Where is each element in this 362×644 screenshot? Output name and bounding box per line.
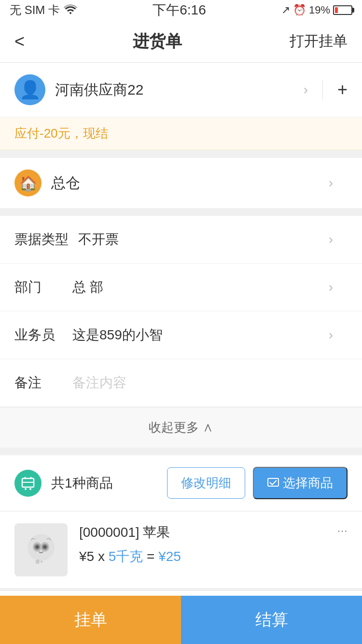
status-time: 下午6:16 (153, 1, 206, 19)
remark-input[interactable]: 备注内容 (72, 374, 348, 392)
svg-point-1 (25, 488, 27, 490)
warehouse-card[interactable]: 🏠 总仓 › (0, 158, 362, 208)
svg-point-9 (36, 546, 39, 548)
invoice-label: 票据类型 (14, 230, 69, 249)
product-item: 睿+ [0000001] 苹果 ¥5 x 5千克 = ¥25 ··· (0, 512, 362, 588)
product-title: 苹果 (143, 525, 170, 540)
unit-price: ¥5 x (79, 549, 109, 564)
select-product-label: 选择商品 (283, 475, 333, 491)
pending-button[interactable]: 挂单 (0, 596, 181, 644)
product-header: 共1种商品 修改明细 选择商品 (0, 455, 362, 511)
department-row[interactable]: 部门 总 部 › (0, 264, 362, 311)
alarm-icon: ⏰ (293, 4, 306, 16)
vertical-divider (322, 80, 323, 99)
quantity: 5千克 (109, 549, 143, 564)
wifi-icon (64, 3, 77, 17)
remark-row[interactable]: 备注 备注内容 (0, 359, 362, 407)
status-left: 无 SIM 卡 (10, 2, 77, 18)
content-area: 👤 河南供应商22 › + 应付-20元，现结 🏠 总仓 › 票据类型 不开票 … (0, 63, 362, 644)
product-price-row: ¥5 x 5千克 = ¥25 (79, 547, 337, 566)
carrier-text: 无 SIM 卡 (10, 2, 60, 18)
supplier-avatar: 👤 (14, 74, 45, 105)
select-product-button[interactable]: 选择商品 (253, 467, 348, 499)
back-button[interactable]: < (14, 31, 25, 52)
add-button[interactable]: + (337, 80, 348, 100)
open-pending-button[interactable]: 打开挂单 (290, 31, 348, 51)
owl-logo: 睿+ (22, 531, 60, 569)
form-section: 票据类型 不开票 › 部门 总 部 › 业务员 这是859的小智 › 备注 备注… (0, 216, 362, 448)
line-total: ¥25 (158, 549, 181, 564)
product-code: [0000001] (79, 525, 143, 540)
svg-point-10 (43, 546, 46, 548)
remark-label: 备注 (14, 374, 63, 392)
product-name: [0000001] 苹果 (79, 523, 337, 542)
svg-text:睿+: 睿+ (35, 559, 43, 564)
salesperson-value: 这是859的小智 (72, 326, 329, 344)
battery-text: 19% (309, 4, 330, 16)
invoice-row[interactable]: 票据类型 不开票 › (0, 216, 362, 264)
warehouse-row[interactable]: 🏠 总仓 › (0, 158, 362, 208)
department-value: 总 部 (72, 278, 329, 296)
notice-text: 应付-20元，现结 (14, 126, 108, 140)
checkout-button[interactable]: 结算 (181, 596, 362, 644)
collapse-button[interactable]: 收起更多 ∧ (0, 407, 362, 448)
warehouse-icon-bg: 🏠 (14, 169, 42, 196)
location-icon: ↗ (281, 4, 290, 16)
salesperson-row[interactable]: 业务员 这是859的小智 › (0, 311, 362, 359)
battery-icon (333, 5, 352, 15)
product-count: 共1种商品 (51, 474, 167, 492)
user-icon: 👤 (19, 80, 41, 100)
pending-label: 挂单 (74, 609, 107, 631)
checkout-label: 结算 (255, 609, 288, 631)
product-info: [0000001] 苹果 ¥5 x 5千克 = ¥25 (79, 523, 337, 566)
notice-bar: 应付-20元，现结 (0, 117, 362, 150)
nav-bar: < 进货单 打开挂单 (0, 20, 362, 63)
chevron-right-icon: › (304, 82, 308, 98)
invoice-value: 不开票 (78, 230, 329, 249)
salesperson-label: 业务员 (14, 326, 63, 344)
supplier-name: 河南供应商22 (55, 80, 304, 100)
cart-icon (20, 476, 36, 490)
supplier-row[interactable]: 👤 河南供应商22 › + (0, 63, 362, 117)
svg-rect-3 (268, 478, 278, 486)
chevron-right-icon: › (329, 280, 333, 295)
product-thumbnail: 睿+ (14, 523, 68, 576)
bottom-area: 合计： ¥ 25 共1种 挂单 结算 (0, 590, 362, 644)
action-bar: 挂单 结算 (0, 596, 362, 644)
chevron-right-icon: › (329, 327, 333, 343)
edit-detail-button[interactable]: 修改明细 (167, 467, 245, 499)
collapse-label: 收起更多 ∧ (149, 420, 213, 434)
status-bar: 无 SIM 卡 下午6:16 ↗ ⏰ 19% (0, 0, 362, 20)
svg-point-2 (29, 488, 31, 490)
chevron-right-icon: › (329, 175, 333, 191)
home-icon: 🏠 (19, 175, 37, 192)
product-icon-bg (14, 470, 42, 497)
chevron-right-icon: › (329, 232, 333, 247)
supplier-card: 👤 河南供应商22 › + 应付-20元，现结 (0, 63, 362, 150)
page-title: 进货单 (133, 30, 182, 53)
department-label: 部门 (14, 278, 63, 296)
status-right: ↗ ⏰ 19% (281, 4, 352, 16)
warehouse-name: 总仓 (51, 173, 329, 193)
more-options-button[interactable]: ··· (337, 523, 348, 538)
select-icon (267, 478, 279, 489)
equals: = (143, 549, 158, 564)
